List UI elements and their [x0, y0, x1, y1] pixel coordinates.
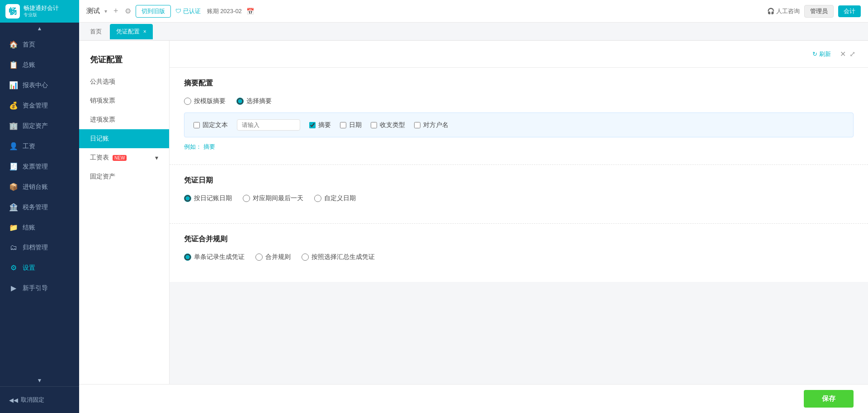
sidebar-label-reports: 报表中心 — [23, 81, 48, 89]
radio-single-record[interactable]: 单条记录生成凭证 — [184, 253, 245, 261]
sidebar-label-settings: 设置 — [23, 264, 35, 272]
content-area: 凭证配置 公共选项 销项发票 进项发票 日记账 工资表 NEW ▾ 固定资 — [79, 41, 868, 413]
settings-gear-icon[interactable]: ⚙ — [125, 7, 131, 15]
assets-icon: 🏢 — [9, 122, 18, 130]
admin-button[interactable]: 管理员 — [804, 5, 834, 18]
period-label: 账期 2023-02 — [207, 7, 242, 15]
close-period-icon: 📁 — [9, 223, 18, 232]
radio-by-template[interactable]: 按模版摘要 — [184, 97, 226, 105]
sidebar-label-funds: 资金管理 — [23, 102, 48, 110]
menu-label-public: 公共选项 — [90, 78, 115, 86]
accountant-button[interactable]: 会计 — [838, 5, 861, 17]
radio-custom-date[interactable]: 自定义日期 — [314, 194, 356, 202]
menu-item-purchase-invoice[interactable]: 进项发票 — [79, 110, 169, 129]
sidebar-item-funds[interactable]: 💰 资金管理 — [0, 95, 79, 116]
sidebar-item-invoices[interactable]: 🧾 发票管理 — [0, 156, 79, 177]
sidebar-logo[interactable]: 畅 畅捷通好会计 专业版 — [0, 0, 79, 23]
radio-by-journal-date[interactable]: 按日记账日期 — [184, 194, 232, 202]
sidebar-item-tax[interactable]: 🏦 税务管理 — [0, 197, 79, 217]
company-dropdown-icon[interactable]: ▾ — [104, 8, 107, 14]
radio-aggregate[interactable]: 按照选择汇总生成凭证 — [302, 253, 375, 261]
radio-last-day[interactable]: 对应期间最后一天 — [243, 194, 303, 202]
save-bar: 保存 — [79, 384, 868, 413]
cancel-fixed-button[interactable]: ◀◀ 取消固定 — [0, 391, 79, 408]
sidebar-label-guide: 新手引导 — [23, 284, 48, 292]
sidebar-item-home[interactable]: 🏠 首页 — [0, 34, 79, 55]
invoices-icon: 🧾 — [9, 162, 18, 171]
refresh-label: 刷新 — [819, 50, 831, 58]
home-icon: 🏠 — [9, 40, 18, 49]
custom-date-label: 自定义日期 — [324, 194, 356, 202]
refresh-button[interactable]: ↻ 刷新 — [812, 50, 831, 58]
tab-home-label: 首页 — [90, 28, 102, 35]
headphone-icon: 🎧 — [767, 8, 774, 14]
sidebar-item-sales[interactable]: 📦 进销台账 — [0, 177, 79, 197]
sidebar-item-guide[interactable]: ▶ 新手引导 — [0, 278, 79, 298]
sidebar-item-archive[interactable]: 🗂 归档管理 — [0, 238, 79, 258]
summary-config-title: 摘要配置 — [184, 79, 854, 88]
sidebar-item-assets[interactable]: 🏢 固定资产 — [0, 116, 79, 136]
cancel-fixed-icon: ◀◀ — [9, 397, 18, 404]
example-value: 摘要 — [203, 143, 215, 150]
checkbox-income-type[interactable]: 收支类型 — [371, 121, 405, 129]
tab-home[interactable]: 首页 — [84, 24, 108, 39]
fullscreen-button[interactable]: ⤢ — [848, 48, 857, 60]
verified-badge: 🛡 已认证 — [175, 7, 201, 15]
menu-label-purchase-invoice: 进项发票 — [90, 116, 115, 124]
sidebar-label-archive: 归档管理 — [23, 244, 48, 252]
summary-label: 摘要 — [318, 121, 331, 129]
tab-voucher-label: 凭证配置 — [116, 28, 140, 35]
reports-icon: 📊 — [9, 81, 18, 89]
tabbar: 首页 凭证配置 × — [79, 23, 868, 41]
sidebar: 畅 畅捷通好会计 专业版 ▲ 🏠 首页 📋 总账 📊 报表中心 💰 资金管理 🏢… — [0, 0, 79, 413]
summary-radio-group: 按模版摘要 选择摘要 — [184, 97, 854, 105]
radio-select-summary[interactable]: 选择摘要 — [236, 97, 272, 105]
sales-icon: 📦 — [9, 183, 18, 191]
tab-voucher-config[interactable]: 凭证配置 × — [110, 24, 153, 39]
sidebar-scroll-down[interactable]: ▼ — [0, 375, 79, 386]
sidebar-item-wages[interactable]: 👤 工资 — [0, 136, 79, 156]
consult-label: 人工咨询 — [776, 7, 800, 15]
voucher-date-title: 凭证日期 — [184, 176, 854, 185]
menu-item-public[interactable]: 公共选项 — [79, 72, 169, 91]
sidebar-item-close[interactable]: 📁 结账 — [0, 217, 79, 238]
checkbox-summary[interactable]: 摘要 — [309, 121, 331, 129]
sidebar-item-ledger[interactable]: 📋 总账 — [0, 55, 79, 75]
radio-merge-rules[interactable]: 合并规则 — [255, 253, 291, 261]
checkbox-counterpart[interactable]: 对方户名 — [414, 121, 448, 129]
menu-item-sales-invoice[interactable]: 销项发票 — [79, 91, 169, 110]
sidebar-label-ledger: 总账 — [23, 61, 35, 69]
by-journal-date-label: 按日记账日期 — [194, 194, 232, 202]
new-badge: NEW — [113, 155, 127, 161]
menu-label-diary: 日记账 — [90, 135, 109, 143]
counterpart-label: 对方户名 — [423, 121, 448, 129]
fixed-text-input[interactable] — [237, 119, 300, 131]
left-menu-panel: 凭证配置 公共选项 销项发票 进项发票 日记账 工资表 NEW ▾ 固定资 — [79, 41, 170, 413]
consult-button[interactable]: 🎧 人工咨询 — [767, 7, 800, 15]
save-button[interactable]: 保存 — [804, 390, 854, 408]
merge-rules-label: 合并规则 — [265, 253, 291, 261]
menu-item-diary[interactable]: 日记账 — [79, 129, 169, 148]
select-summary-label: 选择摘要 — [246, 97, 272, 105]
menu-item-fixed-assets[interactable]: 固定资产 — [79, 167, 169, 186]
sidebar-scroll-up[interactable]: ▲ — [0, 23, 79, 34]
page-title: 凭证配置 — [79, 45, 169, 72]
summary-config-section: 摘要配置 按模版摘要 选择摘要 固定文本 — [170, 68, 868, 165]
refresh-icon: ↻ — [812, 51, 817, 57]
sidebar-item-settings[interactable]: ⚙ 设置 — [0, 258, 79, 278]
aggregate-label: 按照选择汇总生成凭证 — [311, 253, 375, 261]
company-name: 测试 — [86, 7, 100, 15]
calendar-icon[interactable]: 📅 — [246, 8, 254, 15]
date-label: 日期 — [349, 121, 362, 129]
example-label: 例如： — [184, 143, 202, 150]
sidebar-item-reports[interactable]: 📊 报表中心 — [0, 75, 79, 95]
checkbox-fixed-text[interactable]: 固定文本 — [193, 121, 228, 129]
menu-item-payroll[interactable]: 工资表 NEW ▾ — [79, 148, 169, 167]
checkbox-date[interactable]: 日期 — [340, 121, 362, 129]
add-company-button[interactable]: + — [112, 6, 120, 16]
close-panel-button[interactable]: ✕ — [838, 48, 848, 60]
switch-old-version-button[interactable]: 切到旧版 — [136, 5, 171, 18]
tab-close-icon[interactable]: × — [143, 28, 146, 35]
by-template-label: 按模版摘要 — [194, 97, 226, 105]
income-type-label: 收支类型 — [380, 121, 405, 129]
